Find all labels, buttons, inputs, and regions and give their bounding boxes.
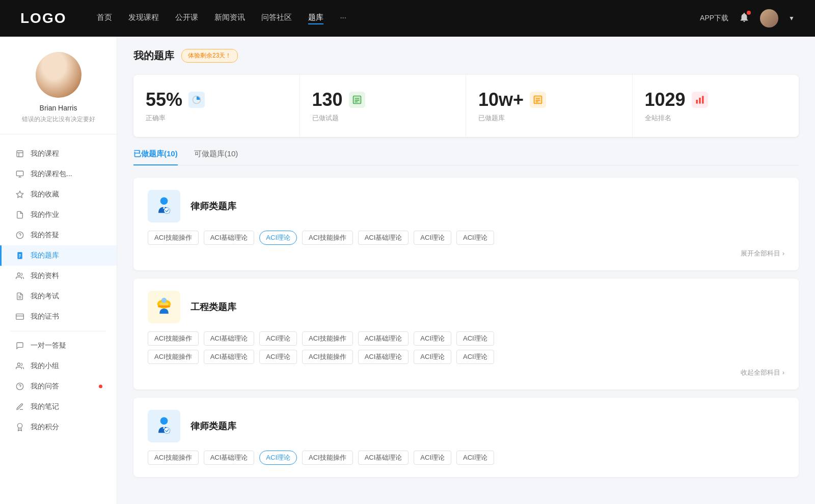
eng-tag-r2-1[interactable]: ACI基础理论 — [204, 350, 255, 364]
eng-tag-r2-0[interactable]: ACI技能操作 — [148, 350, 199, 364]
sidebar-item-my-collect[interactable]: 我的收藏 — [0, 184, 117, 205]
tab-done[interactable]: 已做题库(10) — [133, 149, 178, 165]
stat-rank-value: 1029 — [645, 89, 686, 110]
tag-1[interactable]: ACI基础理论 — [204, 231, 255, 245]
stat-rank: 1029 全站排名 — [633, 75, 799, 137]
profile-name: Brian Harris — [10, 104, 106, 112]
lawyer-icon-1 — [148, 190, 180, 222]
l2-tag-4[interactable]: ACI基础理论 — [358, 451, 409, 465]
nav-discover[interactable]: 发现课程 — [128, 13, 159, 24]
user-menu-chevron[interactable]: ▼ — [789, 15, 795, 22]
l2-tag-6[interactable]: ACI理论 — [456, 451, 494, 465]
stats-row: 55% 正确率 130 已做试题 — [133, 75, 799, 137]
nav-links: 首页 发现课程 公开课 新闻资讯 问答社区 题库 ··· — [97, 13, 700, 24]
eng-tag-5[interactable]: ACI理论 — [414, 331, 451, 346]
eng-tag-4[interactable]: ACI基础理论 — [358, 331, 409, 346]
sidebar-item-my-profile[interactable]: 我的资料 — [0, 266, 117, 286]
eng-tag-r2-3[interactable]: ACI技能操作 — [302, 350, 353, 364]
eng-tag-0[interactable]: ACI技能操作 — [148, 331, 199, 346]
nav-right: APP下载 ▼ — [700, 9, 795, 27]
sidebar-item-my-package[interactable]: 我的课程包... — [0, 164, 117, 184]
qa-icon — [15, 231, 24, 240]
notification-bell[interactable] — [739, 12, 750, 25]
eng-tag-r2-4[interactable]: ACI基础理论 — [358, 350, 409, 364]
svg-point-42 — [160, 417, 168, 425]
sidebar-item-my-course[interactable]: 我的课程 — [0, 144, 117, 164]
bank-card-engineer-1: 工程类题库 ACI技能操作 ACI基础理论 ACI理论 ACI技能操作 ACI基… — [133, 278, 799, 389]
stat-banks-value: 10w+ — [478, 89, 524, 110]
svg-point-21 — [17, 424, 22, 428]
sidebar-item-my-cert[interactable]: 我的证书 — [0, 306, 117, 327]
app-download[interactable]: APP下载 — [700, 14, 728, 23]
tag-6[interactable]: ACI理论 — [456, 231, 494, 245]
eng-tag-2[interactable]: ACI理论 — [259, 331, 297, 346]
tag-0[interactable]: ACI技能操作 — [148, 231, 199, 245]
trial-badge: 体验剩余23天！ — [181, 49, 238, 63]
nav-home[interactable]: 首页 — [97, 13, 112, 24]
tag-row-engineer-1b: ACI技能操作 ACI基础理论 ACI理论 ACI技能操作 ACI基础理论 AC… — [148, 350, 784, 364]
stat-accuracy-label: 正确率 — [146, 114, 287, 123]
sidebar-item-my-homework[interactable]: 我的作业 — [0, 205, 117, 225]
profile-motto: 错误的决定比没有决定要好 — [10, 115, 106, 124]
qbank-icon — [15, 251, 24, 260]
sidebar-item-my-question[interactable]: 我的问答 — [0, 376, 117, 397]
tag-3[interactable]: ACI技能操作 — [302, 231, 353, 245]
nav-news[interactable]: 新闻资讯 — [214, 13, 245, 24]
stat-done-questions: 130 已做试题 — [300, 75, 467, 137]
sidebar-item-my-qbank[interactable]: 我的题库 — [0, 245, 117, 266]
nav-qa[interactable]: 问答社区 — [261, 13, 292, 24]
bank-title-engineer-1: 工程类题库 — [191, 301, 236, 313]
eng-tag-1[interactable]: ACI基础理论 — [204, 331, 255, 346]
svg-point-37 — [164, 208, 170, 214]
course-icon — [15, 149, 24, 158]
expand-lawyer-1[interactable]: 展开全部科目 › — [148, 249, 784, 258]
sidebar-item-my-points[interactable]: 我的积分 — [0, 417, 117, 437]
notes-icon — [15, 402, 24, 411]
tag-row-lawyer-1: ACI技能操作 ACI基础理论 ACI理论 ACI技能操作 ACI基础理论 AC… — [148, 231, 784, 245]
eng-tag-r2-2[interactable]: ACI理论 — [259, 350, 297, 364]
nav-more[interactable]: ··· — [340, 13, 346, 24]
nav-open[interactable]: 公开课 — [175, 13, 198, 24]
stat-rank-label: 全站排名 — [645, 114, 787, 123]
star-icon — [15, 190, 24, 199]
svg-rect-3 — [16, 171, 23, 176]
l2-tag-2[interactable]: ACI理论 — [259, 451, 297, 465]
sidebar-item-my-notes[interactable]: 我的笔记 — [0, 397, 117, 417]
eng-tag-6[interactable]: ACI理论 — [456, 331, 494, 346]
tag-5[interactable]: ACI理论 — [414, 231, 451, 245]
tag-2[interactable]: ACI理论 — [259, 231, 297, 245]
question-badge — [99, 385, 102, 388]
tab-todo[interactable]: 可做题库(10) — [194, 149, 238, 165]
stat-done-label: 已做试题 — [312, 114, 454, 123]
tag-row-lawyer-2: ACI技能操作 ACI基础理论 ACI理论 ACI技能操作 ACI基础理论 AC… — [148, 451, 784, 465]
nav-qbank[interactable]: 题库 — [308, 13, 323, 24]
sidebar-item-my-group[interactable]: 我的小组 — [0, 356, 117, 376]
eng-tag-r2-6[interactable]: ACI理论 — [456, 350, 494, 364]
avatar — [36, 52, 82, 98]
l2-tag-0[interactable]: ACI技能操作 — [148, 451, 199, 465]
bank-card-lawyer-1: 律师类题库 ACI技能操作 ACI基础理论 ACI理论 ACI技能操作 ACI基… — [133, 178, 799, 270]
l2-tag-3[interactable]: ACI技能操作 — [302, 451, 353, 465]
svg-rect-40 — [159, 302, 169, 305]
eng-tag-r2-5[interactable]: ACI理论 — [414, 350, 451, 364]
lawyer-icon-2 — [148, 410, 180, 442]
expand-engineer-1[interactable]: 收起全部科目 › — [148, 368, 784, 377]
svg-point-41 — [161, 298, 167, 303]
user-avatar[interactable] — [760, 9, 778, 27]
svg-marker-6 — [16, 191, 23, 198]
page-title: 我的题库 — [133, 49, 174, 63]
tag-4[interactable]: ACI基础理论 — [358, 231, 409, 245]
sidebar-item-my-exam[interactable]: 我的考试 — [0, 286, 117, 306]
l2-tag-1[interactable]: ACI基础理论 — [204, 451, 255, 465]
eng-tag-3[interactable]: ACI技能操作 — [302, 331, 353, 346]
one-on-one-icon — [15, 341, 24, 350]
profile-icon — [15, 271, 24, 281]
sidebar-divider-1 — [10, 331, 106, 331]
sidebar-item-one-on-one[interactable]: 一对一答疑 — [0, 335, 117, 356]
accuracy-icon — [188, 92, 205, 108]
l2-tag-5[interactable]: ACI理论 — [414, 451, 451, 465]
sidebar-item-my-qa[interactable]: 我的答疑 — [0, 225, 117, 245]
rank-icon — [692, 92, 708, 108]
stat-accuracy-value: 55% — [146, 89, 182, 110]
svg-point-44 — [164, 428, 170, 434]
